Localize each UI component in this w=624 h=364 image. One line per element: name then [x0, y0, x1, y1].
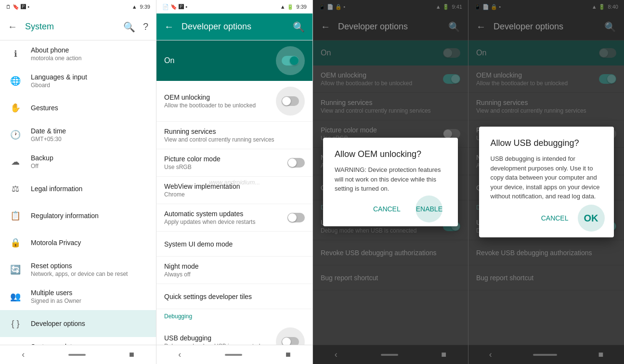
gestures-icon: ✋	[8, 100, 23, 116]
usb-dialog-overlay: Allow USB debugging? USB debugging is in…	[468, 0, 624, 364]
time-mid: 9:39	[297, 4, 307, 10]
bottom-nav-left: ‹ ■	[0, 345, 156, 364]
picture-knob	[288, 158, 297, 167]
demo-text: System UI demo mode	[164, 240, 305, 248]
setting-motorola-privacy[interactable]: 🔒 Motorola Privacy	[0, 229, 156, 256]
languages-title: Languages & input	[31, 73, 148, 81]
dev-item-quicktiles[interactable]: Quick settings developer tiles	[156, 284, 312, 309]
quicktiles-text: Quick settings developer tiles	[164, 293, 305, 300]
setting-languages[interactable]: 🌐 Languages & input Gboard	[0, 67, 156, 94]
developer-list-mid: On OEM unlocking Allow the bootloader to…	[156, 40, 312, 345]
back-icon-left[interactable]: ←	[8, 21, 17, 32]
dev-item-demo[interactable]: System UI demo mode	[156, 232, 312, 257]
night-subtitle: Always off	[164, 271, 305, 278]
picture-toggle[interactable]	[287, 158, 305, 168]
datetime-icon: 🕐	[8, 127, 23, 143]
gestures-title: Gestures	[31, 104, 148, 112]
usb-dialog-content: USB debugging is intended for developmen…	[491, 154, 602, 201]
dev-toggle-on[interactable]	[282, 56, 299, 65]
reset-title: Reset options	[31, 262, 148, 270]
back-icon-mid[interactable]: ←	[164, 21, 174, 32]
dev-item-autoupdate[interactable]: Automatic system updates Apply updates w…	[156, 204, 312, 232]
back-nav-mid[interactable]: ‹	[178, 350, 181, 360]
dev-item-oem[interactable]: OEM unlocking Allow the bootloader to be…	[156, 81, 312, 122]
dev-item-webview[interactable]: WebView implementation Chrome	[156, 177, 312, 204]
setting-gestures[interactable]: ✋ Gestures	[0, 94, 156, 121]
autoupdate-toggle[interactable]	[287, 213, 305, 222]
setting-system-updates[interactable]: 📱 System updates Updated to Android 9	[0, 337, 156, 345]
dev-on-label: On	[164, 56, 174, 65]
reset-icon: 🔄	[8, 262, 23, 277]
usb-cancel-button[interactable]: Cancel	[537, 211, 572, 226]
status-bar-mid: 📄 🔖 🅿 • ▲ 🔋 9:39	[156, 0, 312, 13]
backup-icon: ☁	[8, 154, 23, 169]
usb-dialog-title: Allow USB debugging?	[491, 138, 602, 148]
notification-mid: 📄 🔖 🅿 •	[162, 4, 187, 10]
oem-subtitle: Allow the bootloader to be unlocked	[164, 102, 276, 109]
home-nav-left[interactable]	[68, 354, 86, 356]
status-notif-mid: 📄 🔖 🅿 •	[162, 4, 187, 10]
setting-regulatory[interactable]: 📋 Regulatory information	[0, 202, 156, 229]
search-icon-left[interactable]: 🔍	[123, 21, 135, 33]
setting-reset[interactable]: 🔄 Reset options Network, apps, or device…	[0, 256, 156, 283]
users-text: Multiple users Signed in as Owner	[31, 289, 148, 304]
oem-title: OEM unlocking	[164, 93, 276, 101]
system-app-bar-actions: 🔍 ?	[123, 21, 148, 33]
oem-dialog-actions: Cancel Enable	[335, 203, 446, 215]
autoupdate-subtitle: Apply updates when device restarts	[164, 219, 287, 225]
status-bar-left: 🗒 🔖 🅿 • ▲ 9:39	[0, 0, 156, 13]
updates-title: System updates	[31, 343, 148, 345]
setting-legal[interactable]: ⚖ Legal information	[0, 175, 156, 202]
autoupdate-text: Automatic system updates Apply updates w…	[164, 210, 287, 225]
setting-developer[interactable]: { } Developer options	[0, 310, 156, 337]
usb-dialog-actions: Cancel OK	[491, 211, 602, 226]
time-left: 9:39	[140, 4, 150, 10]
developer-options-panel-r1: 📱 📄 🔒 • ▲ 🔋 9:41 ← Developer options 🔍 O…	[313, 0, 468, 364]
help-icon-left[interactable]: ?	[143, 21, 148, 33]
search-icon-mid[interactable]: 🔍	[293, 21, 305, 33]
regulatory-text: Regulatory information	[31, 212, 148, 220]
setting-datetime[interactable]: 🕐 Date & time GMT+05:30	[0, 121, 156, 148]
datetime-title: Date & time	[31, 127, 148, 135]
dev-item-night[interactable]: Night mode Always off	[156, 257, 312, 284]
system-settings-list: ℹ About phone motorola one action 🌐 Lang…	[0, 40, 156, 345]
legal-text: Legal information	[31, 185, 148, 193]
back-nav-left[interactable]: ‹	[22, 350, 25, 360]
setting-about-phone[interactable]: ℹ About phone motorola one action	[0, 40, 156, 67]
dev-item-usb-mid[interactable]: USB debugging Debug mode when USB is con…	[156, 322, 312, 345]
updates-text: System updates Updated to Android 9	[31, 343, 148, 345]
gestures-text: Gestures	[31, 104, 148, 112]
developer-icon: { }	[8, 316, 23, 331]
usb-ok-button[interactable]: OK	[580, 211, 602, 226]
backup-subtitle: Off	[31, 163, 148, 169]
regulatory-title: Regulatory information	[31, 212, 148, 220]
setting-users[interactable]: 👥 Multiple users Signed in as Owner	[0, 283, 156, 310]
wifi-mid: ▲ 🔋	[280, 4, 294, 10]
recents-nav-left[interactable]: ■	[129, 350, 134, 360]
oem-cancel-button[interactable]: Cancel	[369, 203, 404, 215]
oem-toggle[interactable]	[282, 96, 299, 106]
privacy-text: Motorola Privacy	[31, 239, 148, 247]
autoupdate-knob	[288, 213, 297, 222]
developer-app-bar-mid: ← Developer options 🔍	[156, 13, 312, 40]
picture-text: Picture color mode Use sRGB	[164, 155, 287, 170]
night-title: Night mode	[164, 262, 305, 270]
oem-toggle-knob	[282, 97, 291, 105]
reset-subtitle: Network, apps, or device can be reset	[31, 271, 148, 277]
developer-text: Developer options	[31, 320, 148, 327]
reset-text: Reset options Network, apps, or device c…	[31, 262, 148, 277]
dev-item-running[interactable]: Running services View and control curren…	[156, 122, 312, 149]
home-nav-mid[interactable]	[225, 354, 242, 356]
developer-options-panel-mid: 📄 🔖 🅿 • ▲ 🔋 9:39 ← Developer options 🔍 O…	[156, 0, 313, 364]
recents-nav-mid[interactable]: ■	[286, 350, 291, 360]
users-subtitle: Signed in as Owner	[31, 298, 148, 304]
setting-backup[interactable]: ☁ Backup Off	[0, 148, 156, 175]
wifi-icon: ▲	[132, 4, 137, 10]
usb-toggle-mid[interactable]	[282, 337, 299, 345]
privacy-title: Motorola Privacy	[31, 239, 148, 247]
oem-enable-button[interactable]: Enable	[412, 203, 446, 215]
languages-text: Languages & input Gboard	[31, 73, 148, 89]
dev-item-picture[interactable]: Picture color mode Use sRGB	[156, 149, 312, 177]
oem-dialog-title: Allow OEM unlocking?	[335, 149, 446, 159]
usb-toggle-circle	[276, 327, 305, 345]
